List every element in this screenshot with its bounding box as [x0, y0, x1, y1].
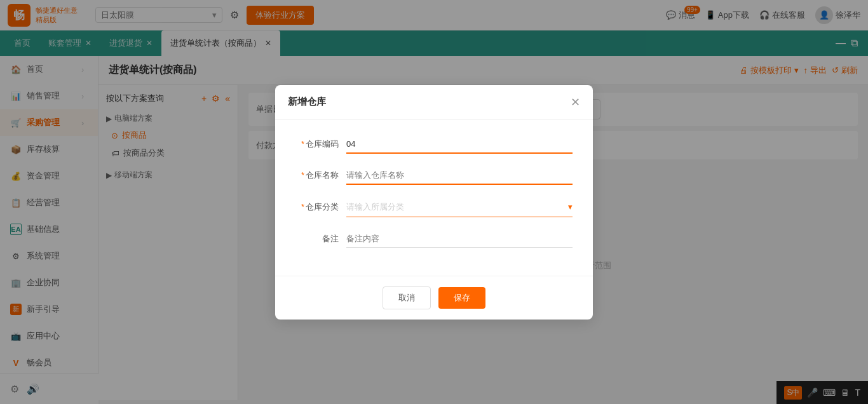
form-row-code: 仓库编码: [295, 135, 573, 154]
modal-close-btn[interactable]: ✕: [571, 95, 580, 109]
category-label: 仓库分类: [295, 201, 346, 213]
modal-footer: 取消 保存: [275, 276, 593, 320]
remark-label: 备注: [295, 233, 346, 245]
form-row-remark: 备注: [295, 230, 573, 248]
add-warehouse-modal: 新增仓库 ✕ 仓库编码 仓库名称 仓库分类 请输入所属分类 ▾: [275, 85, 593, 320]
code-input[interactable]: [346, 135, 573, 154]
remark-input[interactable]: [346, 230, 573, 248]
modal-overlay: 新增仓库 ✕ 仓库编码 仓库名称 仓库分类 请输入所属分类 ▾: [0, 0, 868, 404]
modal-title: 新增仓库: [288, 96, 326, 108]
modal-body: 仓库编码 仓库名称 仓库分类 请输入所属分类 ▾ 备注: [275, 120, 593, 276]
category-select[interactable]: 请输入所属分类 ▾: [346, 198, 573, 217]
code-label: 仓库编码: [295, 138, 346, 150]
modal-header: 新增仓库 ✕: [275, 85, 593, 120]
cancel-button[interactable]: 取消: [383, 286, 431, 309]
name-input[interactable]: [346, 166, 573, 185]
category-placeholder: 请输入所属分类: [346, 201, 404, 213]
save-button[interactable]: 保存: [438, 287, 485, 309]
name-label: 仓库名称: [295, 170, 346, 181]
category-dropdown-icon: ▾: [568, 202, 573, 212]
form-row-name: 仓库名称: [295, 166, 573, 185]
form-row-category: 仓库分类 请输入所属分类 ▾: [295, 198, 573, 217]
